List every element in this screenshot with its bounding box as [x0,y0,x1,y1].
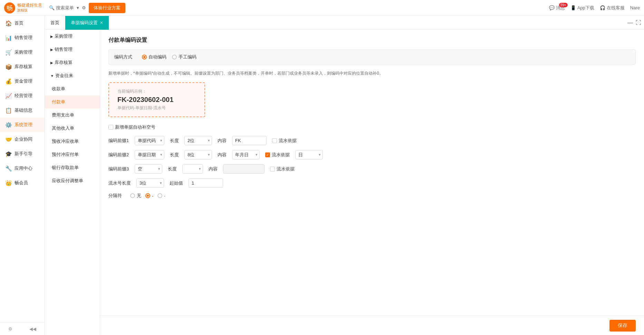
submenu-receipt[interactable]: 收款单 [45,82,100,95]
prefix1-content-input[interactable] [232,136,267,145]
prefix2-select-wrapper[interactable]: 单据日期 [135,150,164,159]
prefix2-select[interactable]: 单据日期 [135,150,164,159]
manual-encode-radio[interactable]: 手工编码 [172,54,196,60]
save-button[interactable]: 保存 [609,320,636,332]
prefix1-select-wrapper[interactable]: 单据代码 [135,136,164,145]
tab-bar: 首页 单据编码设置 ✕ — ⛶ [45,16,644,30]
sidebar-item-label: 企业协同 [15,136,32,142]
manual-encode-radio-circle [172,55,177,59]
user-name: Nare [630,5,640,10]
submenu-finance[interactable]: ▼ 资金往来 [45,69,100,82]
prefix1-serial-box [272,138,277,143]
logo-area: 畅 畅捷通好生意 旗舰版 [4,2,42,13]
prefix2-content-wrapper[interactable]: 年月日 [232,150,260,159]
serial-start-input[interactable] [189,178,223,188]
sidebar-item-business[interactable]: 📈 经营管理 [0,89,45,103]
submenu-receipt-label: 收款单 [52,86,65,92]
submenu-bank-label: 银行存取款单 [52,165,79,171]
serial-length-select[interactable]: 3位 4位 5位 [136,178,164,188]
app-download-area[interactable]: 📱 App下载 [570,5,594,11]
serial-length-wrapper[interactable]: 3位 4位 5位 [136,178,164,188]
prefix2-row: 编码前缀2 单据日期 长度 8位 内容 年月日 ✓ 流水依据 日 月 年 [108,150,636,159]
sidebar-item-sales[interactable]: 📊 销售管理 [0,30,45,45]
submenu-prepay-recv-label: 预收冲应收单 [52,138,79,145]
submenu-adjustment-label: 应收应付调整单 [52,178,83,184]
prefix2-unit-select[interactable]: 日 月 年 [295,150,323,159]
submenu-sales[interactable]: ▶ 销售管理 [45,43,100,56]
submenu-prepay-pay-label: 预付冲应付单 [52,151,79,158]
sidebar-item-collab[interactable]: 🤝 企业协同 [0,132,45,147]
tab-close-icon[interactable]: ✕ [100,20,103,25]
sidebar-item-member[interactable]: 👑 畅会员 [0,176,45,190]
auto-fill-checkbox-box [108,125,113,130]
finance-icon: 💰 [6,78,12,84]
submenu-inventory[interactable]: ▶ 库存核算 [45,56,100,69]
tab-encode-settings[interactable]: 单据编码设置 ✕ [65,16,109,30]
prefix3-select-wrapper[interactable]: 空 [135,164,162,174]
submenu-payment[interactable]: 付款单 [45,95,100,109]
settings-icon[interactable]: ⚙ [8,326,12,332]
top-bar-left: 畅 畅捷通好生意 旗舰版 🔍 搜索菜单 ▾ ⚙ 体验行业方案 [4,2,125,13]
sep-dot-radio[interactable]: · [157,193,165,198]
sidebar-item-label: 采购管理 [15,49,32,55]
sep-none-label: 无 [137,193,141,199]
prefix3-length-wrapper[interactable] [182,164,203,174]
tab-actions: — ⛶ [627,20,644,26]
sidebar-item-finance[interactable]: 💰 资金管理 [0,74,45,89]
submenu-other-income[interactable]: 其他收入单 [45,122,100,135]
search-icon: 🔍 [49,5,55,10]
tab-expand-btn[interactable]: ⛶ [636,20,641,26]
sidebar-item-purchase[interactable]: 🛒 采购管理 [0,45,45,59]
prefix2-unit-wrapper[interactable]: 日 月 年 [295,150,323,159]
tab-home[interactable]: 首页 [45,16,65,30]
prefix1-length-wrapper[interactable]: 2位 [184,136,212,145]
prefix2-length-select[interactable]: 8位 [184,150,212,159]
auto-fill-row: 新增单据自动补空号 [108,124,636,130]
code-preview-label: 当前编码示例： [117,89,196,94]
sidebar-item-system[interactable]: ⚙️ 系统管理 [0,118,45,132]
prefix2-serial-checkbox[interactable]: ✓ 流水依据 [265,152,290,158]
online-service-area[interactable]: 🎧 在线客服 [600,5,625,11]
auto-fill-checkbox[interactable]: 新增单据自动补空号 [108,124,636,130]
sidebar-item-apps[interactable]: 🔧 应用中心 [0,161,45,176]
sep-dot-circle [157,193,162,198]
prefix2-content-select[interactable]: 年月日 [232,150,260,159]
prefix1-select[interactable]: 单据代码 [135,136,164,145]
collapse-icon[interactable]: ◀◀ [29,326,36,332]
prefix3-content-input[interactable] [223,164,265,174]
prefix1-length-select[interactable]: 2位 [184,136,212,145]
sidebar-item-inventory[interactable]: 📦 库存核算 [0,59,45,74]
serial-length-label: 流水号长度 [108,180,131,186]
prefix3-length-select[interactable] [182,164,203,174]
submenu-purchase[interactable]: ▶ 采购管理 [45,30,100,43]
encoding-radio-group: 自动编码 手工编码 [142,54,196,60]
prefix3-select[interactable]: 空 [135,164,162,174]
prefix2-length-wrapper[interactable]: 8位 [184,150,212,159]
submenu-prepay-recv[interactable]: 预收冲应收单 [45,135,100,148]
chevron-down-icon: ▾ [77,5,79,10]
gear-icon[interactable]: ⚙ [82,5,86,10]
submenu-prepay-pay[interactable]: 预付冲应付单 [45,148,100,161]
sidebar-item-home[interactable]: 🏠 首页 [0,16,45,30]
sidebar-item-label: 畅会员 [15,180,28,186]
sep-none-radio[interactable]: 无 [130,193,141,199]
trial-btn[interactable]: 体验行业方案 [89,3,125,13]
submenu-adjustment[interactable]: 应收应付调整单 [45,174,100,187]
submenu-bank[interactable]: 银行存取款单 [45,161,100,174]
sidebar-item-basic[interactable]: 📋 基础信息 [0,103,45,118]
tab-minimize-btn[interactable]: — [627,20,633,26]
prefix3-serial-checkbox[interactable]: 流水依据 [270,166,295,172]
dropdown-toggle[interactable]: ▾ [77,5,79,10]
sidebar-item-label: 库存核算 [15,64,32,70]
app-download-label: App下载 [577,5,594,11]
message-area[interactable]: 💬 消息 99+ [549,5,565,11]
auto-encode-radio[interactable]: 自动编码 [142,54,166,60]
prefix1-serial-checkbox[interactable]: 流水依据 [272,138,297,144]
sidebar-item-guide[interactable]: 🎓 新手引导 [0,147,45,161]
sep-dash-radio[interactable]: - [145,193,153,198]
bottom-bar: 保存 [100,316,644,335]
search-menu[interactable]: 🔍 搜索菜单 [49,5,74,11]
user-area[interactable]: Nare [630,5,640,10]
prefix2-serial-label: 流水依据 [272,152,290,158]
submenu-expense[interactable]: 费用支出单 [45,109,100,122]
